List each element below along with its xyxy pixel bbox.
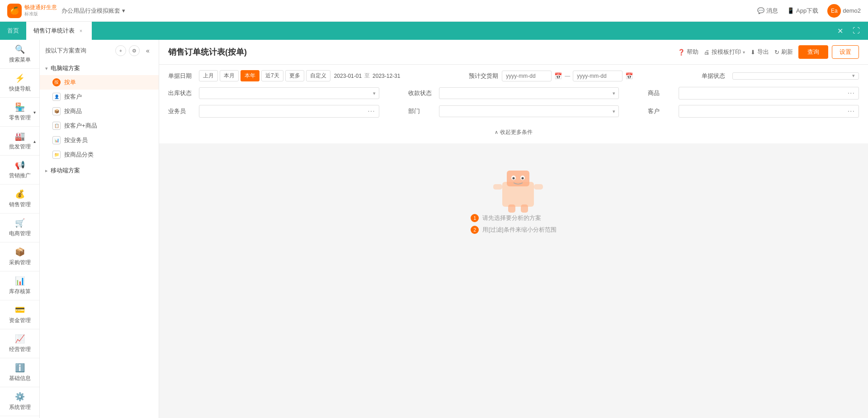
- filter-pay-block: 收款状态 ▾: [408, 87, 619, 99]
- sidebar-quicknav-label: 快捷导航: [9, 85, 31, 93]
- logo-text-wrap: 畅捷通好生意 标准版: [24, 4, 57, 17]
- expected-date-from-input[interactable]: [502, 71, 552, 81]
- scheme-goods-cat[interactable]: 📁 按商品分类: [40, 147, 159, 162]
- salesman-dots-icon[interactable]: ···: [368, 107, 375, 115]
- top-bar: 🍊 畅捷通好生意 标准版 办公用品行业模拟账套 ▾ 💬 消息 📱 App下载 E…: [0, 0, 868, 22]
- tab-home[interactable]: 首页: [0, 22, 26, 40]
- custom-date-btn[interactable]: 自定义: [306, 70, 330, 81]
- panel-collapse-btn[interactable]: «: [142, 45, 153, 56]
- more-date-btn[interactable]: 更多: [285, 70, 304, 81]
- panel-title: 按以下方案查询: [45, 47, 112, 55]
- scheme-goods[interactable]: 📦 按商品: [40, 104, 159, 119]
- scheme-cust-goods[interactable]: 📋 按客户+商品: [40, 119, 159, 133]
- logo[interactable]: 🍊 畅捷通好生意 标准版: [7, 4, 57, 18]
- pay-status-select[interactable]: [439, 87, 619, 99]
- retail-chevron-icon: ▾: [33, 109, 36, 114]
- sidebar-item-wholesale[interactable]: 🏭 批发管理 ▴: [0, 127, 39, 156]
- desktop-scheme-group: ▾ 电脑端方案 按 按单 👤 按客户 📦 按商品 📋 按客户+: [40, 62, 159, 162]
- tab-maximize-btn[interactable]: ⛶: [850, 24, 863, 37]
- tab-close-btn[interactable]: ×: [77, 27, 85, 34]
- desktop-scheme-label: 电脑端方案: [51, 64, 80, 72]
- sidebar-item-marketing[interactable]: 📢 营销推广: [0, 156, 39, 185]
- tab-bar: 首页 销售订单统计表 × ✕ ⛶: [0, 22, 868, 40]
- mobile-scheme-header[interactable]: ▸ 移动端方案: [40, 164, 159, 177]
- calendar-from-icon[interactable]: 📅: [554, 72, 562, 80]
- sidebar-item-enterprise[interactable]: 🤝 企业协同: [0, 416, 39, 418]
- scheme-customer-label: 按客户: [64, 93, 82, 101]
- date-from-value: 2023-01-01: [334, 73, 362, 79]
- export-icon: ⬇: [750, 49, 755, 56]
- sidebar-search-label: 搜索菜单: [9, 56, 31, 64]
- calendar-to-icon[interactable]: 📅: [625, 72, 633, 80]
- filter-customer-block: 客户 ···: [648, 105, 859, 118]
- goods-label: 商品: [648, 89, 675, 97]
- expected-date-to-input[interactable]: [573, 71, 623, 81]
- sidebar-item-retail[interactable]: 🏪 零售管理 ▾: [0, 98, 39, 127]
- sidebar-purchase-label: 采购管理: [9, 259, 31, 266]
- logo-title: 畅捷通好生意: [24, 4, 57, 10]
- settings-btn[interactable]: 设置: [832, 45, 859, 59]
- refresh-btn[interactable]: ↻ 刷新: [774, 48, 793, 56]
- scheme-salesman[interactable]: 📊 按业务员: [40, 133, 159, 147]
- last-month-btn[interactable]: 上月: [199, 70, 218, 81]
- sidebar-item-finance[interactable]: 💳 资金管理: [0, 300, 39, 329]
- desktop-scheme-chevron-icon: ▾: [45, 66, 48, 71]
- sidebar-operation-label: 经营管理: [9, 346, 31, 353]
- this-month-btn[interactable]: 本月: [220, 70, 239, 81]
- sidebar-item-ecommerce[interactable]: 🛒 电商管理: [0, 214, 39, 242]
- scheme-order-icon: 按: [52, 78, 61, 86]
- scheme-customer[interactable]: 👤 按客户: [40, 90, 159, 104]
- filter-expected-date-block: 预计交货期 📅 — 📅: [469, 71, 633, 81]
- svg-rect-9: [521, 204, 528, 213]
- operation-icon: 📈: [15, 334, 25, 344]
- left-panel: 按以下方案查询 + ⚙ « ▾ 电脑端方案 按 按单 👤: [40, 40, 159, 418]
- help-btn[interactable]: ❓ 帮助: [678, 48, 698, 56]
- top-bar-left: 🍊 畅捷通好生意 标准版 办公用品行业模拟账套 ▾: [7, 4, 125, 18]
- panel-settings-btn[interactable]: ⚙: [129, 45, 140, 56]
- status-chevron-icon: ▾: [852, 73, 855, 79]
- tab-sales-stats[interactable]: 销售订单统计表 ×: [26, 22, 92, 40]
- wholesale-chevron-icon: ▴: [33, 138, 36, 143]
- goods-dots-icon[interactable]: ···: [848, 89, 855, 97]
- scheme-order[interactable]: 按 按单: [40, 75, 159, 90]
- sidebar-item-operation[interactable]: 📈 经营管理: [0, 329, 39, 358]
- app-download-btn[interactable]: 📱 App下载: [787, 7, 818, 15]
- salesman-label: 业务员: [168, 107, 195, 115]
- scheme-goods-cat-label: 按商品分类: [64, 151, 94, 159]
- search-btn[interactable]: 查询: [798, 45, 828, 59]
- dept-select[interactable]: [439, 105, 619, 117]
- marketing-icon: 📢: [15, 160, 25, 170]
- message-icon: 💬: [757, 7, 764, 14]
- sidebar-item-sales[interactable]: 💰 销售管理: [0, 185, 39, 214]
- filter-row-3: 业务员 ··· 部门 ▾: [168, 105, 859, 118]
- panel-add-btn[interactable]: +: [115, 45, 126, 56]
- tab-minimize-btn[interactable]: ✕: [834, 24, 846, 37]
- sidebar-item-inventory[interactable]: 📊 库存核算: [0, 271, 39, 300]
- sidebar-item-search[interactable]: 🔍 搜索菜单: [0, 40, 39, 69]
- sidebar-item-purchase[interactable]: 📦 采购管理: [0, 242, 39, 271]
- message-label: 消息: [766, 7, 778, 15]
- workspace-selector[interactable]: 办公用品行业模拟账套 ▾: [61, 7, 125, 15]
- mobile-scheme-group: ▸ 移动端方案: [40, 164, 159, 177]
- svg-rect-8: [508, 204, 515, 213]
- date-to-value: 2023-12-31: [373, 73, 400, 79]
- ship-status-select[interactable]: [199, 87, 379, 99]
- print-btn[interactable]: 🖨 按模板打印 ▾: [704, 48, 745, 56]
- last7-btn[interactable]: 近7天: [261, 70, 283, 81]
- customer-dots-icon[interactable]: ···: [848, 107, 855, 115]
- collapse-more-btn[interactable]: ∧ 收起更多条件: [491, 125, 536, 140]
- sidebar-item-quicknav[interactable]: ⚡ 快捷导航: [0, 69, 39, 98]
- date-shortcuts: 上月 本月 本年 近7天 更多 自定义: [199, 70, 330, 81]
- sidebar-item-system[interactable]: ⚙️ 系统管理: [0, 387, 39, 416]
- export-btn[interactable]: ⬇ 导出: [750, 48, 769, 56]
- desktop-scheme-header[interactable]: ▾ 电脑端方案: [40, 62, 159, 75]
- this-year-btn[interactable]: 本年: [241, 70, 259, 81]
- user-menu[interactable]: Ea demo2: [827, 4, 861, 18]
- sidebar-item-basic[interactable]: ℹ️ 基础信息: [0, 358, 39, 387]
- help-icon: ❓: [678, 49, 685, 56]
- date-range: 2023-01-01 至 2023-12-31: [334, 72, 401, 80]
- sidebar: 🔍 搜索菜单 ⚡ 快捷导航 🏪 零售管理 ▾ 🏭 批发管理 ▴ 📢 营销推广 💰…: [0, 40, 40, 418]
- sidebar-inventory-label: 库存核算: [9, 288, 31, 295]
- message-btn[interactable]: 💬 消息: [757, 7, 778, 15]
- pay-status-label: 收款状态: [408, 89, 435, 97]
